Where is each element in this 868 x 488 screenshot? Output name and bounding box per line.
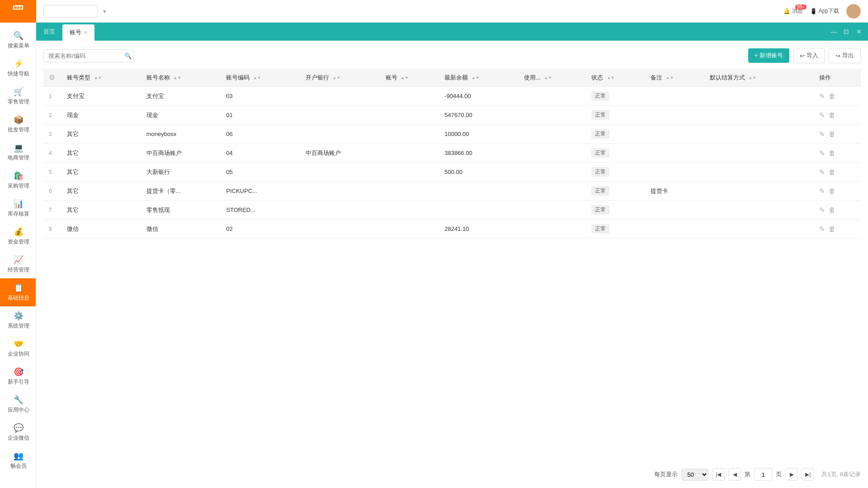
edit-icon-5[interactable]: ✎	[819, 187, 825, 195]
sidebar-label-shortcuts: 快捷导航	[8, 70, 29, 78]
cell-usage-7	[519, 220, 586, 239]
sidebar-item-inventory[interactable]: 📊 库存核算	[0, 194, 36, 222]
col-bank-label: 开户银行	[306, 74, 329, 81]
sort-remark-icon[interactable]: ▲▼	[666, 75, 674, 80]
sidebar-item-retail[interactable]: 🛒 零售管理	[0, 82, 36, 110]
cell-payment-6	[704, 201, 814, 220]
export-button[interactable]: ↪ 导出	[829, 48, 861, 63]
delete-icon-7[interactable]: 🗑	[829, 225, 835, 233]
cell-payment-7	[704, 220, 814, 239]
cell-code-6: STORED...	[221, 201, 300, 220]
close-window-button[interactable]: ✕	[854, 26, 864, 37]
cell-action-3: ✎ 🗑	[814, 144, 861, 163]
cell-action-0: ✎ 🗑	[814, 87, 861, 106]
sort-bank-icon[interactable]: ▲▼	[333, 75, 341, 80]
delete-icon-3[interactable]: 🗑	[829, 149, 835, 157]
first-page-button[interactable]: |◀	[712, 468, 725, 481]
sidebar-item-system[interactable]: ⚙️ 系统管理	[0, 306, 36, 334]
edit-icon-1[interactable]: ✎	[819, 111, 825, 119]
sidebar-item-purchase[interactable]: 🛍️ 采购管理	[0, 166, 36, 194]
cell-bank-0	[300, 87, 380, 106]
col-payment-label: 默认结算方式	[710, 74, 745, 81]
sidebar-item-appstore[interactable]: 🔧 应用中心	[0, 390, 36, 418]
delete-icon-2[interactable]: 🗑	[829, 130, 835, 138]
cell-usage-1	[519, 106, 586, 125]
status-badge-0: 正常	[591, 91, 609, 101]
next-page-button[interactable]: ▶	[785, 468, 798, 481]
edit-icon-4[interactable]: ✎	[819, 168, 825, 176]
logo[interactable]: 畅捷通 乐橙版	[0, 0, 36, 23]
prev-page-button[interactable]: ◀	[728, 468, 741, 481]
page-size-select[interactable]: 50 20 100	[681, 469, 708, 481]
page-end-label: 页	[776, 470, 782, 479]
sidebar-label-search: 搜索菜单	[8, 42, 29, 50]
sort-payment-icon[interactable]: ▲▼	[748, 75, 756, 80]
sort-code-icon[interactable]: ▲▼	[253, 75, 261, 80]
cell-usage-6	[519, 201, 586, 220]
app-download-button[interactable]: 📱 App下载	[810, 7, 839, 15]
sidebar-label-retail: 零售管理	[8, 98, 29, 106]
export-icon: ↪	[835, 52, 840, 59]
sidebar-item-enterprise[interactable]: 🤝 企业协同	[0, 334, 36, 362]
sidebar-item-basic[interactable]: 📋 基础信息	[0, 278, 36, 306]
cell-code-1: 01	[221, 106, 300, 125]
dropdown-icon[interactable]: ▾	[103, 8, 106, 15]
sort-name-icon[interactable]: ▲▼	[173, 75, 181, 80]
row-num-5: 6	[43, 182, 61, 201]
import-button[interactable]: ↩ 导入	[793, 48, 825, 63]
wechat-icon: 💬	[14, 423, 24, 433]
export-label: 导出	[842, 52, 854, 60]
edit-icon-2[interactable]: ✎	[819, 130, 825, 138]
avatar[interactable]	[846, 4, 861, 19]
sidebar-item-wechat[interactable]: 💬 企业微信	[0, 418, 36, 446]
search-button[interactable]: 🔍	[121, 50, 134, 62]
delete-icon-5[interactable]: 🗑	[829, 187, 835, 195]
header-right: 🔔 消息 99+ 📱 App下载	[783, 4, 861, 19]
delete-icon-4[interactable]: 🗑	[829, 168, 835, 176]
download-icon: 📱	[810, 8, 817, 14]
table-row: 2 现金 现金 01 547670.00 正常 ✎ 🗑	[43, 106, 861, 125]
sidebar-item-wholesale[interactable]: 📦 批发管理	[0, 110, 36, 138]
col-account: 账号 ▲▼	[380, 69, 439, 87]
row-num-6: 7	[43, 201, 61, 220]
search-input[interactable]	[44, 50, 121, 62]
tab-home[interactable]: 首页	[36, 23, 62, 41]
delete-icon-6[interactable]: 🗑	[829, 206, 835, 214]
sort-usage-icon[interactable]: ▲▼	[544, 75, 552, 80]
top-search-input[interactable]	[43, 5, 98, 18]
sidebar-item-finance[interactable]: 💰 资金管理	[0, 222, 36, 250]
sidebar-item-member[interactable]: 👥 畅会员	[0, 446, 36, 474]
page-input[interactable]	[754, 468, 772, 481]
edit-icon-7[interactable]: ✎	[819, 225, 825, 233]
tab-account[interactable]: 账号 ×	[62, 24, 94, 41]
last-page-button[interactable]: ▶|	[802, 468, 814, 481]
sort-type-icon[interactable]: ▲▼	[94, 75, 102, 80]
edit-icon-3[interactable]: ✎	[819, 149, 825, 157]
sidebar-item-shortcuts[interactable]: ⚡ 快捷导航	[0, 54, 36, 82]
cell-code-3: 04	[221, 144, 300, 163]
cell-type-2: 其它	[61, 125, 141, 144]
message-button[interactable]: 🔔 消息 99+	[783, 7, 803, 15]
sort-balance-icon[interactable]: ▲▼	[472, 75, 480, 80]
cell-account-7	[380, 220, 439, 239]
sort-status-icon[interactable]: ▲▼	[607, 75, 615, 80]
settings-icon[interactable]: ⚙	[49, 74, 55, 81]
delete-icon-0[interactable]: 🗑	[829, 92, 835, 100]
col-payment: 默认结算方式 ▲▼	[704, 69, 814, 87]
col-settings[interactable]: ⚙	[43, 69, 61, 87]
tab-close-icon[interactable]: ×	[84, 29, 87, 36]
add-account-button[interactable]: + 新增账号	[748, 48, 789, 63]
sidebar-label-inventory: 库存核算	[8, 210, 29, 218]
sidebar-item-search[interactable]: 🔍 搜索菜单	[0, 26, 36, 54]
edit-icon-6[interactable]: ✎	[819, 206, 825, 214]
restore-button[interactable]: ⊡	[841, 26, 852, 37]
edit-icon-0[interactable]: ✎	[819, 92, 825, 100]
cell-status-1: 正常	[586, 106, 645, 125]
sidebar-item-operations[interactable]: 📈 经营管理	[0, 250, 36, 278]
sidebar-item-ecommerce[interactable]: 💻 电商管理	[0, 138, 36, 166]
delete-icon-1[interactable]: 🗑	[829, 111, 835, 119]
sort-account-icon[interactable]: ▲▼	[401, 75, 409, 80]
cell-bank-1	[300, 106, 380, 125]
minimize-button[interactable]: —	[828, 26, 839, 37]
sidebar-item-guide[interactable]: 🎯 新手引导	[0, 362, 36, 390]
